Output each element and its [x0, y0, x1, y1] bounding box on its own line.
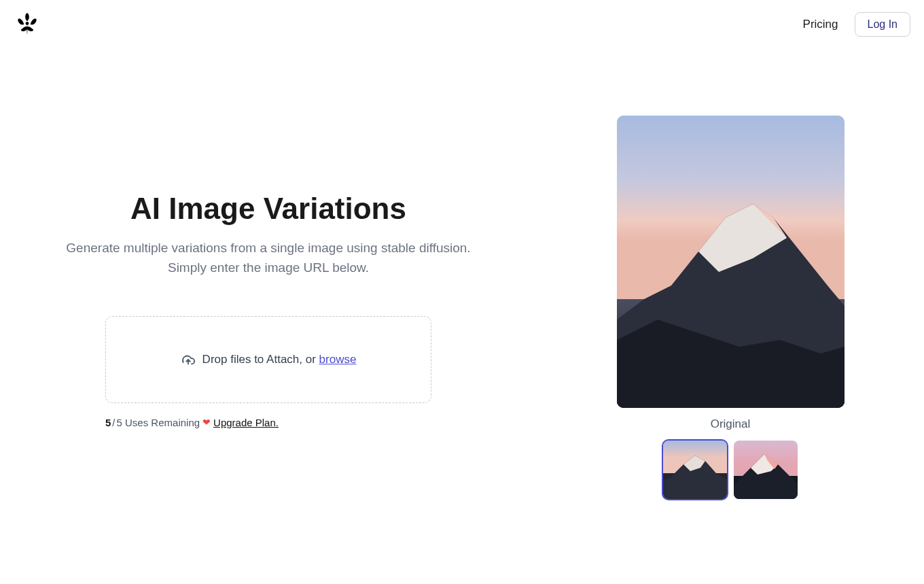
- page-subtitle: Generate multiple variations from a sing…: [51, 238, 486, 278]
- right-section: Original: [550, 83, 910, 499]
- login-button[interactable]: Log In: [855, 12, 910, 37]
- flower-logo-icon: [14, 11, 41, 38]
- usage-row: 5/5 Uses Remaining❤Upgrade Plan.: [105, 417, 431, 428]
- preview-label: Original: [711, 417, 751, 431]
- left-section: AI Image Variations Generate multiple va…: [14, 83, 523, 499]
- browse-link[interactable]: browse: [319, 353, 357, 366]
- logo[interactable]: [14, 11, 41, 38]
- mountain-thumb-1-icon: [663, 441, 727, 499]
- thumbnail-2[interactable]: [734, 441, 798, 499]
- page-title: AI Image Variations: [130, 192, 406, 226]
- heart-icon: ❤: [202, 417, 211, 428]
- preview-image: [617, 116, 845, 408]
- usage-separator: /: [112, 417, 115, 428]
- dropzone-prefix: Drop files to Attach, or: [202, 353, 319, 366]
- cloud-upload-icon: [181, 352, 196, 367]
- dropzone-text: Drop files to Attach, or browse: [202, 353, 357, 366]
- pricing-link[interactable]: Pricing: [803, 18, 838, 31]
- mountain-thumb-2-icon: [734, 441, 798, 499]
- thumbnail-row: [663, 441, 798, 499]
- usage-current: 5: [105, 417, 111, 428]
- usage-total: 5 Uses Remaining: [117, 417, 200, 428]
- upgrade-plan-link[interactable]: Upgrade Plan.: [213, 417, 279, 428]
- nav-right: Pricing Log In: [803, 12, 910, 37]
- header: Pricing Log In: [0, 0, 924, 49]
- svg-point-0: [26, 22, 29, 25]
- mountain-illustration: [617, 116, 845, 408]
- thumbnail-1[interactable]: [663, 441, 727, 499]
- file-dropzone[interactable]: Drop files to Attach, or browse: [105, 316, 431, 403]
- main-container: AI Image Variations Generate multiple va…: [0, 83, 924, 499]
